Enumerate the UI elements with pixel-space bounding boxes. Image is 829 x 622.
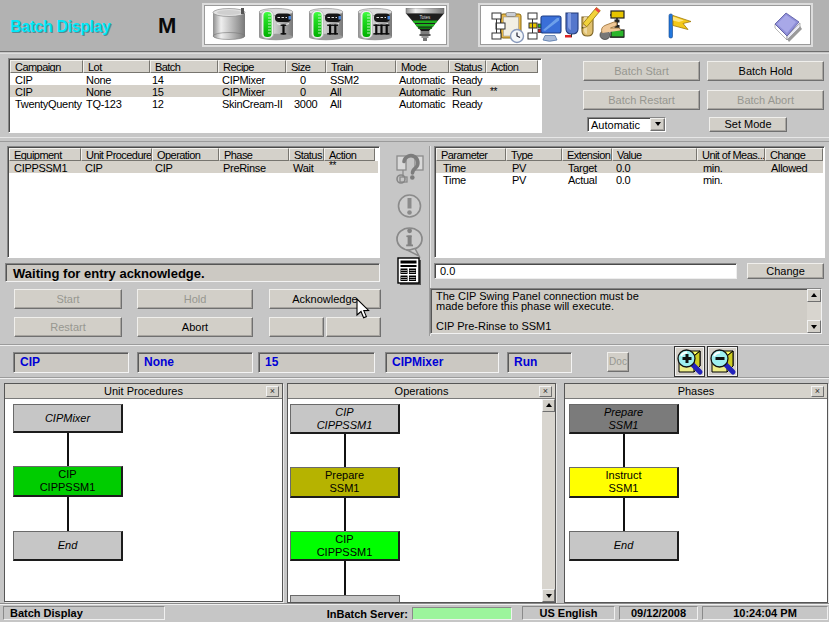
svg-text:Totes: Totes bbox=[420, 15, 432, 20]
